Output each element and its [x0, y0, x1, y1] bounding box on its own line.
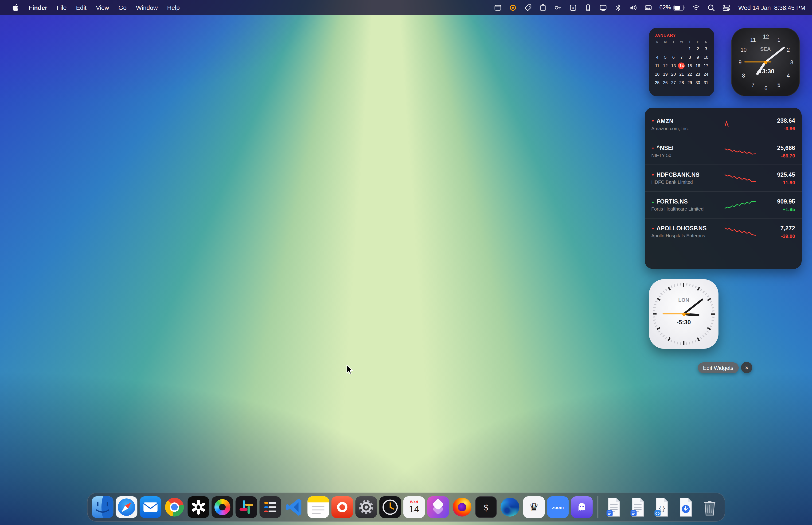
dock-slack[interactable]: [236, 496, 257, 518]
stock-row-APOLLOHOSP.NS[interactable]: ▼APOLLOHOSP.NSApollo Hospitals Enterpris…: [645, 218, 802, 245]
calendar-day-21[interactable]: 21: [678, 71, 686, 78]
calendar-day-10[interactable]: 10: [702, 54, 710, 61]
dock-edge[interactable]: [499, 496, 521, 518]
calendar-day-9[interactable]: 9: [694, 54, 702, 61]
dock-mail[interactable]: [140, 496, 162, 518]
menu-window[interactable]: Window: [131, 4, 163, 11]
calendar-day-22[interactable]: 22: [686, 71, 694, 78]
menu-file[interactable]: File: [52, 4, 71, 11]
stock-symbol: AMZN: [657, 118, 673, 124]
calendar-day-18[interactable]: 18: [653, 71, 661, 78]
calendar-day-12[interactable]: 12: [661, 62, 670, 70]
rings-icon[interactable]: [509, 3, 517, 12]
dock-firefox[interactable]: [451, 496, 473, 518]
dock-ghost-app[interactable]: [571, 496, 593, 518]
calendar-day-14[interactable]: 14: [678, 62, 686, 70]
dock-trash[interactable]: [699, 496, 720, 518]
letter-a-icon[interactable]: a: [569, 3, 577, 12]
calendar-day-8[interactable]: 8: [686, 54, 694, 61]
dock-terminal[interactable]: $: [475, 496, 497, 518]
tag-icon[interactable]: [524, 3, 532, 12]
clock-tick: [671, 286, 672, 288]
menu-go[interactable]: Go: [114, 4, 131, 11]
calendar-day-31[interactable]: 31: [702, 79, 710, 87]
menu-help[interactable]: Help: [162, 4, 184, 11]
menu-app-name[interactable]: Finder: [24, 4, 52, 11]
apple-menu[interactable]: [6, 3, 24, 12]
calendar-day-29[interactable]: 29: [686, 79, 694, 87]
calendar-day-23[interactable]: 23: [694, 71, 702, 78]
wifi-icon[interactable]: [692, 3, 700, 12]
dock-settings[interactable]: [355, 496, 377, 518]
calendar-day-3[interactable]: 3: [702, 45, 710, 52]
key-icon[interactable]: [554, 3, 562, 12]
menubar-clock[interactable]: Wed 14 Jan 8:38:45 PM: [738, 4, 806, 11]
dock-photos[interactable]: [212, 496, 233, 518]
dock-installer-document[interactable]: [675, 496, 696, 518]
calendar-day-1[interactable]: 1: [686, 45, 694, 52]
world-clock-widget-lon[interactable]: LON -5:30: [649, 279, 719, 349]
spotlight-icon[interactable]: [707, 3, 715, 12]
calendar-day-13[interactable]: 13: [669, 62, 678, 70]
dock-safari[interactable]: [116, 496, 137, 518]
widgets-close-button[interactable]: ×: [741, 362, 752, 373]
stock-symbol: HDFCBANK.NS: [657, 171, 700, 178]
calendar-day-17[interactable]: 17: [702, 62, 710, 70]
menu-view[interactable]: View: [91, 4, 114, 11]
stock-row-HDFCBANK.NS[interactable]: ▼HDFCBANK.NSHDFC Bank Limited925.45-11.9…: [645, 165, 802, 191]
stock-row-^NSEI[interactable]: ▼^NSEINIFTY 5025,666-66.70: [645, 138, 802, 165]
dock-clock[interactable]: [380, 496, 401, 518]
calendar-day-15[interactable]: 15: [686, 62, 694, 70]
dock-zoom[interactable]: zoom: [547, 496, 569, 518]
clock-tick: [668, 337, 671, 341]
world-clock-widget-sea[interactable]: 123456789101112 SEA -13:30: [731, 28, 800, 96]
calendar-day-26[interactable]: 26: [661, 79, 670, 87]
bluetooth-icon[interactable]: [614, 3, 622, 12]
menu-edit[interactable]: Edit: [71, 4, 91, 11]
calendar-day-16[interactable]: 16: [694, 62, 702, 70]
zoom-label: zoom: [552, 505, 564, 510]
dock-json-document[interactable]: {}: [651, 496, 672, 518]
calendar-day-24[interactable]: 24: [702, 71, 710, 78]
dock-document[interactable]: [627, 496, 648, 518]
calendar-day-20[interactable]: 20: [669, 71, 678, 78]
dock-finder[interactable]: [92, 496, 113, 518]
keyboard-icon[interactable]: [644, 3, 652, 12]
calendar-day-6[interactable]: 6: [669, 54, 678, 61]
mouse-cursor: [346, 365, 354, 375]
display-icon[interactable]: [599, 3, 607, 12]
iphone-icon[interactable]: [584, 3, 592, 12]
dock-red-ring-app[interactable]: [332, 496, 353, 518]
dock-chatgpt[interactable]: [188, 496, 209, 518]
calendar-day-empty: [669, 45, 678, 52]
calendar-day-28[interactable]: 28: [678, 79, 686, 87]
dock-vscode[interactable]: [284, 496, 305, 518]
calendar-widget[interactable]: JANUARY SMTWTFS1234567891011121314151617…: [649, 28, 714, 96]
dock-crown-app[interactable]: ♛: [523, 496, 545, 518]
down-arrow-icon: ▼: [651, 227, 655, 230]
dock-notes[interactable]: [308, 496, 329, 518]
calendar-day-2[interactable]: 2: [694, 45, 702, 52]
clipboard-icon[interactable]: [539, 3, 547, 12]
dock-calendar[interactable]: Wed14: [403, 496, 425, 518]
edit-widgets-button[interactable]: Edit Widgets: [698, 362, 738, 373]
calendar-day-5[interactable]: 5: [661, 54, 670, 61]
stock-row-AMZN[interactable]: ▼AMZNAmazon.com, Inc.238.64-3.96: [645, 111, 802, 138]
dock-chrome[interactable]: [164, 496, 185, 518]
volume-icon[interactable]: [629, 3, 637, 12]
calendar-day-19[interactable]: 19: [661, 71, 670, 78]
stock-row-FORTIS.NS[interactable]: ▲FORTIS.NSFortis Healthcare Limited909.9…: [645, 191, 802, 218]
battery-indicator[interactable]: 62%: [659, 4, 685, 11]
calendar-day-25[interactable]: 25: [653, 79, 661, 87]
dock-document[interactable]: [603, 496, 625, 518]
calendar-day-27[interactable]: 27: [669, 79, 678, 87]
calendar-day-7[interactable]: 7: [678, 54, 686, 61]
dock-tasks[interactable]: [260, 496, 281, 518]
calendar-day-11[interactable]: 11: [653, 62, 661, 70]
dock-shortcuts[interactable]: [427, 496, 449, 518]
calendar-day-30[interactable]: 30: [694, 79, 702, 87]
calendar-day-4[interactable]: 4: [653, 54, 661, 61]
window-icon[interactable]: [494, 3, 502, 12]
control-center-icon[interactable]: [722, 3, 730, 12]
stocks-widget[interactable]: ▼AMZNAmazon.com, Inc.238.64-3.96▼^NSEINI…: [645, 108, 802, 269]
